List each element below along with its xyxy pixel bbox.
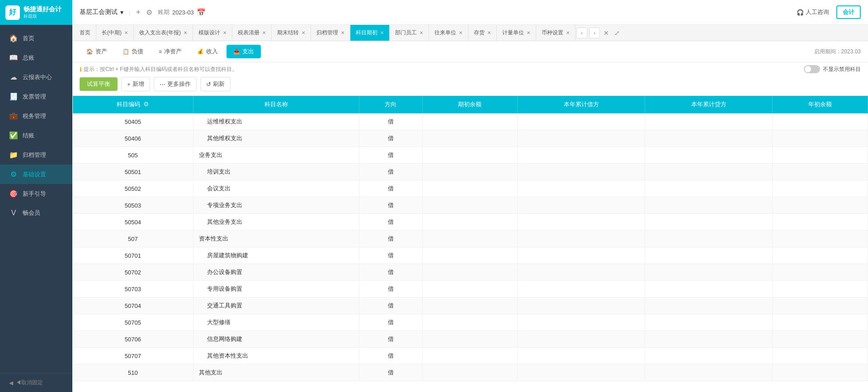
nav-icon: 💼 [9, 112, 18, 120]
table-row[interactable]: 50707 其他资本性支出 借 [73, 348, 868, 364]
table-row[interactable]: 505 业务支出 借 [73, 147, 868, 164]
col-year-balance: 年初余额 [773, 96, 868, 113]
sidebar-item-基础设置[interactable]: ⚙基础设置 [0, 165, 72, 184]
tab-长(中期)[interactable]: 长(中期)✕ [96, 25, 134, 41]
tab-close-icon[interactable]: ✕ [380, 30, 384, 35]
table-row[interactable]: 50503 专项业务支出 借 [73, 197, 868, 214]
cell-year-balance [773, 331, 868, 348]
calendar-icon[interactable]: 📅 [197, 8, 206, 17]
table-row[interactable]: 50406 其他维权支出 借 [73, 130, 868, 147]
cell-direction: 借 [359, 231, 423, 247]
tab-科目期初[interactable]: 科目期初✕ [350, 25, 390, 41]
sidebar-item-首页[interactable]: 🏠首页 [0, 28, 72, 48]
table-row[interactable]: 50405 运维维权支出 借 [73, 113, 868, 130]
col-year-credit: 本年累计贷方 [645, 96, 773, 113]
table-row[interactable]: 50502 会议支出 借 [73, 180, 868, 197]
table-row[interactable]: 50501 培训支出 借 [73, 164, 868, 180]
sidebar-item-税务管理[interactable]: 💼税务管理 [0, 106, 72, 126]
sidebar-item-畅会员[interactable]: V畅会员 [0, 203, 72, 222]
sidebar-item-结账[interactable]: ✅结账 [0, 126, 72, 145]
cell-year-credit [645, 348, 773, 364]
help-button[interactable]: 🎧 人工咨询 [797, 8, 829, 16]
tab-close-icon[interactable]: ✕ [184, 30, 187, 35]
table-row[interactable]: 50701 房屋建筑物购建 借 [73, 247, 868, 264]
tab-label: 往来单位 [434, 29, 456, 37]
account-button[interactable]: 会计 [836, 5, 861, 19]
tab-close-icon[interactable]: ✕ [341, 30, 344, 35]
cell-name: 交通工具购置 [193, 298, 359, 314]
tab-scroll-right[interactable]: › [589, 28, 600, 38]
tab-close-icon[interactable]: ✕ [262, 30, 266, 35]
tab-close-icon[interactable]: ✕ [487, 30, 491, 35]
table-row[interactable]: 510 其他支出 借 [73, 364, 868, 381]
more-button[interactable]: ⋯ 更多操作 [154, 77, 197, 91]
table-row[interactable]: 50704 交通工具购置 借 [73, 298, 868, 314]
nav-icon: 📁 [9, 151, 18, 159]
tab-close-icon[interactable]: ✕ [566, 30, 570, 35]
tab-close-icon[interactable]: ✕ [420, 30, 423, 35]
sidebar-item-发票管理[interactable]: 🧾发票管理 [0, 87, 72, 106]
period-selector[interactable]: 账期 2023-03 📅 [158, 8, 206, 17]
subjects-table: 科目编码 ⚙ 科目名称 方向 期初余额 本年累计借方 本年累计贷方 年初余额 5… [72, 95, 868, 381]
table-row[interactable]: 50705 大型修缮 借 [73, 314, 868, 331]
tab-部门员工[interactable]: 部门员工✕ [390, 25, 429, 41]
sidebar-item-归档管理[interactable]: 📁归档管理 [0, 145, 72, 165]
show-disabled-toggle[interactable] [804, 65, 820, 73]
project-dropdown-icon[interactable]: ▾ [120, 9, 123, 16]
close-all-tabs-button[interactable]: ✕ [601, 28, 612, 38]
tab-close-icon[interactable]: ✕ [459, 30, 462, 35]
col-settings-icon[interactable]: ⚙ [143, 100, 149, 108]
table-row[interactable]: 50703 专用设备购置 借 [73, 281, 868, 298]
info-icon: ℹ [80, 66, 82, 73]
add-button[interactable]: + 新增 [121, 77, 150, 91]
settings-icon[interactable]: ⚙ [146, 8, 152, 17]
tab-scroll-left[interactable]: ‹ [576, 28, 587, 38]
cell-period-balance [422, 281, 518, 298]
subtab-净资产[interactable]: ≡净资产 [152, 45, 189, 58]
table-row[interactable]: 50504 其他业务支出 借 [73, 214, 868, 231]
expand-tabs-button[interactable]: ⤢ [612, 28, 623, 38]
subtab-负债[interactable]: 📋负债 [116, 45, 150, 58]
refresh-button[interactable]: ↺ 刷新 [200, 77, 231, 91]
tab-计量单位[interactable]: 计量单位✕ [497, 25, 536, 41]
subtab-支出[interactable]: 📤支出 [226, 45, 261, 58]
app-sub: 标题版 [24, 13, 61, 19]
cell-year-balance [773, 364, 868, 381]
table-row[interactable]: 50706 信息网络购建 借 [73, 331, 868, 348]
tab-归档管理[interactable]: 归档管理✕ [311, 25, 350, 41]
tab-close-icon[interactable]: ✕ [527, 30, 530, 35]
tab-往来单位[interactable]: 往来单位✕ [429, 25, 468, 41]
tab-税表清册[interactable]: 税表清册✕ [232, 25, 272, 41]
subtab-资产[interactable]: 🏠资产 [80, 45, 114, 58]
add-tab-button[interactable]: + [136, 8, 141, 17]
table-row[interactable]: 507 资本性支出 借 [73, 231, 868, 247]
sidebar-footer[interactable]: ◀ ◀取消固定 [0, 373, 72, 392]
tab-首页[interactable]: 首页 [74, 25, 96, 41]
sidebar-item-云报表中心[interactable]: ☁云报表中心 [0, 67, 72, 87]
tab-label: 计量单位 [502, 29, 524, 37]
tab-close-icon[interactable]: ✕ [302, 30, 305, 35]
tab-收入支出表(年报)[interactable]: 收入支出表(年报)✕ [134, 25, 193, 41]
sidebar-item-总账[interactable]: 📖总账 [0, 48, 72, 67]
tab-模版设计[interactable]: 模版设计✕ [193, 25, 232, 41]
subtab-收入[interactable]: 💰收入 [190, 45, 225, 58]
tab-币种设置[interactable]: 币种设置✕ [536, 25, 576, 41]
cell-code: 50704 [73, 298, 193, 314]
tab-label: 期末结转 [277, 29, 299, 37]
cell-period-balance [422, 197, 518, 214]
tab-期末结转[interactable]: 期末结转✕ [272, 25, 311, 41]
project-selector[interactable]: 基层工会测试 ▾ [80, 8, 123, 16]
topbar: 基层工会测试 ▾ | + ⚙ 账期 2023-03 📅 🎧 人工咨询 会计 [72, 0, 868, 25]
cell-code: 50705 [73, 314, 193, 331]
sidebar-item-新手引导[interactable]: 🎯新手引导 [0, 184, 72, 203]
table-container[interactable]: 科目编码 ⚙ 科目名称 方向 期初余额 本年累计借方 本年累计贷方 年初余额 5… [72, 95, 868, 392]
nav-icon: ☁ [9, 73, 18, 81]
tab-label: 收入支出表(年报) [139, 29, 181, 37]
tab-存货[interactable]: 存货✕ [468, 25, 497, 41]
tab-close-icon[interactable]: ✕ [223, 30, 226, 35]
tab-close-icon[interactable]: ✕ [124, 30, 128, 35]
table-row[interactable]: 50702 办公设备购置 借 [73, 264, 868, 281]
cell-period-balance [422, 147, 518, 164]
balance-button[interactable]: 试算平衡 [80, 77, 118, 91]
period-display: 启用期间：2023.03 [814, 48, 861, 56]
